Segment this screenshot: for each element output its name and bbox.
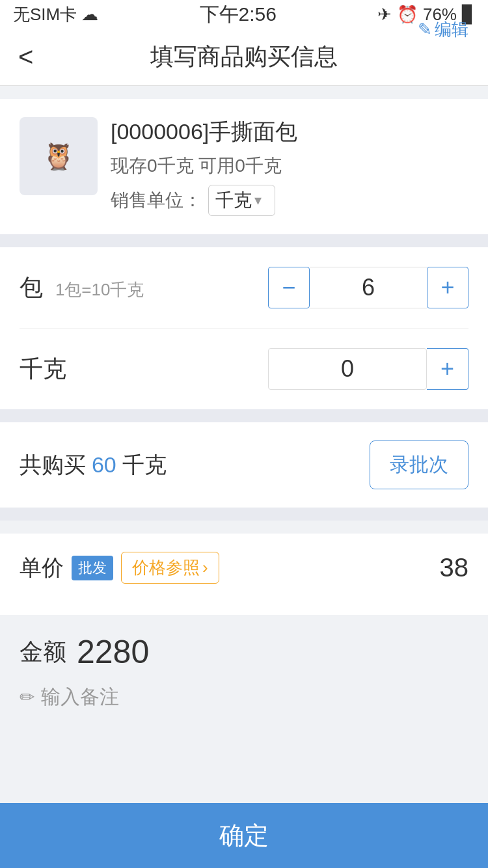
bao-quantity-control: − + — [268, 267, 468, 308]
bao-sublabel: 1包=10千克 — [55, 280, 144, 299]
kg-increase-button[interactable]: + — [427, 348, 468, 390]
status-bar: 无SIM卡 ☁ 下午2:56 ✈ ⏰ 76% ▊ — [0, 0, 488, 29]
pifa-badge: 批发 — [72, 556, 113, 580]
bao-row: 包 1包=10千克 − + — [20, 247, 468, 329]
price-ref-button[interactable]: 价格参照 › — [121, 552, 219, 584]
note-icon: ✏ — [20, 686, 34, 708]
section-divider-1 — [0, 234, 488, 247]
bao-quantity-input[interactable] — [310, 267, 427, 308]
amount-value: 2280 — [77, 633, 149, 671]
bao-increase-button[interactable]: + — [427, 267, 468, 308]
nav-bar: < 填写商品购买信息 — [0, 29, 488, 86]
unit-label: 销售单位： — [111, 188, 202, 213]
record-batch-button[interactable]: 录批次 — [370, 441, 468, 489]
unit-select[interactable]: 千克 ▾ — [208, 185, 275, 216]
status-time: 下午2:56 — [200, 1, 277, 28]
amount-label: 金额 — [20, 636, 66, 668]
kg-quantity-input[interactable] — [268, 348, 427, 390]
total-label: 共购买 — [20, 452, 86, 477]
product-info: [0000006]手撕面包 现存0千克 可用0千克 销售单位： 千克 ▾ — [111, 117, 468, 216]
chevron-down-icon: ▾ — [254, 192, 262, 209]
bao-label-group: 包 1包=10千克 — [20, 272, 144, 304]
confirm-bar[interactable]: 确定 — [0, 803, 488, 868]
price-value: 38 — [440, 553, 469, 582]
edit-button[interactable]: ✎ 编辑 — [418, 18, 468, 41]
product-unit-row: 销售单位： 千克 ▾ — [111, 185, 468, 216]
product-logo: 🦉 — [42, 141, 75, 172]
note-row[interactable]: ✏ 输入备注 — [20, 684, 468, 711]
edit-icon: ✎ — [418, 20, 432, 40]
section-divider-3 — [0, 508, 488, 521]
back-button[interactable]: < — [18, 42, 33, 72]
product-stock: 现存0千克 可用0千克 — [111, 154, 468, 178]
kg-quantity-control: + — [268, 348, 468, 390]
price-label-group: 单价 批发 价格参照 › — [20, 552, 219, 584]
kg-label-group: 千克 — [20, 353, 66, 385]
amount-section: 金额 2280 ✏ 输入备注 — [0, 615, 488, 724]
total-amount: 60 — [92, 452, 122, 477]
product-image: 🦉 — [20, 117, 98, 195]
total-unit: 千克 — [122, 452, 167, 477]
sim-label: 无SIM卡 ☁ — [13, 3, 98, 26]
bao-decrease-button[interactable]: − — [268, 267, 310, 308]
page-title: 填写商品购买信息 — [150, 41, 338, 73]
status-left: 无SIM卡 ☁ — [13, 3, 98, 26]
price-section: 单价 批发 价格参照 › 38 — [0, 534, 488, 615]
quantity-section: 包 1包=10千克 − + 千克 + — [0, 247, 488, 409]
product-name: [0000006]手撕面包 — [111, 117, 468, 147]
amount-row: 金额 2280 — [20, 633, 468, 671]
price-ref-arrow: › — [202, 558, 208, 578]
alarm-icon: ⏰ — [397, 5, 418, 25]
kg-row: 千克 + — [20, 329, 468, 409]
unit-value: 千克 — [215, 188, 252, 213]
note-placeholder: 输入备注 — [41, 684, 119, 711]
product-card: 🦉 [0000006]手撕面包 现存0千克 可用0千克 销售单位： 千克 ▾ ✎… — [0, 99, 488, 234]
price-row: 单价 批发 价格参照 › 38 — [20, 552, 468, 584]
total-text-group: 共购买 60 千克 — [20, 450, 167, 480]
total-row: 共购买 60 千克 录批次 — [0, 422, 488, 508]
kg-label: 千克 — [20, 355, 66, 382]
bao-label: 包 — [20, 274, 43, 301]
edit-label: 编辑 — [435, 18, 468, 41]
location-icon: ✈ — [377, 5, 392, 25]
price-ref-label: 价格参照 — [132, 556, 200, 579]
confirm-button-label: 确定 — [219, 819, 269, 852]
price-label: 单价 — [20, 553, 64, 583]
section-divider-2 — [0, 409, 488, 422]
